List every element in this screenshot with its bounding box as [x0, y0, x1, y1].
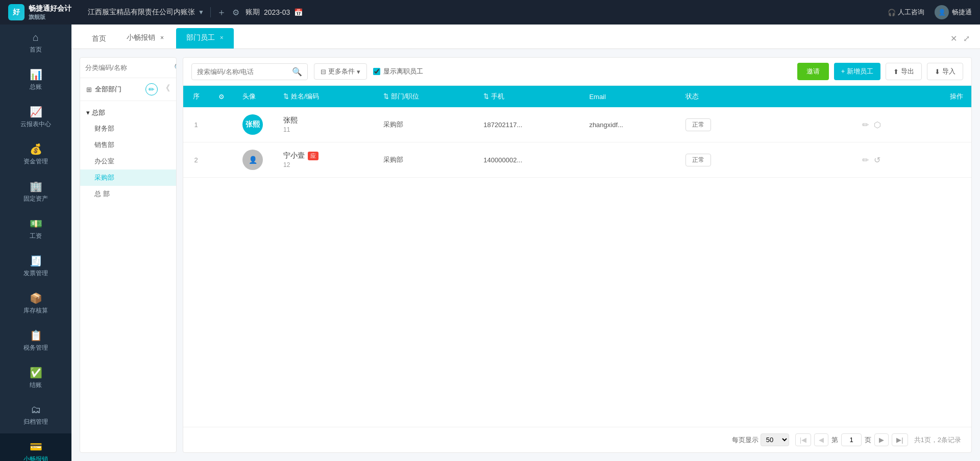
- company-selector[interactable]: 江西服宝精品有限责任公司内账张 ▼: [88, 8, 204, 17]
- dept-child-purchase[interactable]: 采购部: [80, 169, 176, 186]
- dept-tree: ▾ 总部 财务部 销售部 办公室 采购部: [80, 101, 176, 452]
- service-label: 人工咨询: [898, 8, 924, 17]
- dept-group-root[interactable]: ▾ 总部: [80, 105, 176, 120]
- dept-search-icon[interactable]: 🔍: [174, 63, 177, 72]
- edit-icon[interactable]: ✏: [862, 155, 869, 165]
- col-settings[interactable]: ⚙: [209, 86, 234, 107]
- col-phone[interactable]: ⇅ 手机: [475, 86, 581, 107]
- sidebar-label-assets: 固定资产: [23, 195, 48, 203]
- period-display: 账期 2023-03 📅: [246, 8, 303, 17]
- sidebar-item-assets[interactable]: 🏢 固定资产: [0, 173, 71, 210]
- dept-child-sales[interactable]: 销售部: [80, 137, 176, 153]
- reports-icon: 📈: [30, 106, 42, 118]
- table-row: 1 张熙 张熙: [183, 107, 971, 142]
- row2-dept: 采购部: [375, 142, 475, 178]
- user-area[interactable]: 👤 畅捷通: [935, 5, 972, 19]
- settings-icon[interactable]: ⚙: [232, 8, 239, 17]
- app-edition: 旗舰版: [29, 13, 71, 21]
- dept-child-headquarters[interactable]: 总 部: [80, 186, 176, 202]
- sort-dept-icon: ⇅: [383, 92, 389, 100]
- service-button[interactable]: 🎧 人工咨询: [888, 8, 924, 17]
- sidebar-label-close: 结账: [30, 381, 42, 390]
- window-close-icon[interactable]: ✕: [950, 34, 957, 43]
- sidebar-item-funds[interactable]: 💰 资金管理: [0, 136, 71, 173]
- sidebar-label-expense: 小畅报销: [23, 455, 48, 461]
- logout-icon[interactable]: ⬡: [874, 120, 881, 130]
- first-page-button[interactable]: |◀: [795, 433, 811, 446]
- col-name[interactable]: ⇅ 姓名/编码: [275, 86, 375, 107]
- content-area: 首页 小畅报销 × 部门员工 × ✕ ⤢ 🔍: [71, 25, 980, 461]
- tab-dept[interactable]: 部门员工 ×: [176, 28, 234, 48]
- col-dept[interactable]: ⇅ 部门/职位: [375, 86, 475, 107]
- employee-code: 11: [283, 126, 367, 133]
- dept-sales-label: 销售部: [94, 141, 114, 149]
- dept-edit-button[interactable]: ✏: [145, 83, 158, 95]
- tab-expense-label: 小畅报销: [127, 33, 155, 41]
- dept-child-finance[interactable]: 财务部: [80, 120, 176, 137]
- sidebar-item-home[interactable]: ⌂ 首页: [0, 25, 71, 61]
- sidebar-item-archive[interactable]: 🗂 归档管理: [0, 397, 71, 433]
- calendar-icon[interactable]: 📅: [294, 8, 303, 16]
- export-button[interactable]: ⬆ 导出: [886, 63, 922, 80]
- page-prefix: 第: [831, 435, 838, 445]
- col-status: 状态: [677, 86, 853, 107]
- last-page-button[interactable]: ▶|: [892, 433, 908, 446]
- col-num: 序: [183, 86, 209, 107]
- row2-status: 正常: [677, 142, 853, 178]
- add-tab-button[interactable]: ＋: [217, 6, 226, 18]
- dept-collapse-button[interactable]: 《: [162, 83, 170, 95]
- tab-home-label: 首页: [92, 34, 106, 42]
- tab-dept-close-icon[interactable]: ×: [220, 34, 224, 41]
- avatar: 👤: [935, 5, 949, 19]
- row1-dept: 采购部: [375, 107, 475, 142]
- import-icon: ⬇: [935, 68, 940, 76]
- sidebar-item-inventory[interactable]: 📦 库存核算: [0, 285, 71, 322]
- row2-num: 2: [183, 142, 209, 178]
- tab-bar: 首页 小畅报销 × 部门员工 × ✕ ⤢: [71, 25, 980, 49]
- dept-search-input[interactable]: [85, 64, 171, 71]
- search-icon[interactable]: 🔍: [292, 67, 302, 77]
- employee-name: 张熙: [283, 116, 367, 125]
- row2-actions: ✏ ↺: [854, 142, 971, 178]
- prev-page-button[interactable]: ◀: [814, 433, 828, 446]
- window-controls: ✕ ⤢: [950, 34, 970, 48]
- sidebar-item-tax[interactable]: 📋 税务管理: [0, 322, 71, 359]
- tab-home[interactable]: 首页: [82, 29, 116, 48]
- dept-root-label: 总部: [92, 109, 105, 116]
- sidebar-label-payroll: 工资: [30, 232, 42, 240]
- next-page-button[interactable]: ▶: [874, 433, 889, 446]
- sidebar-item-payroll[interactable]: 💵 工资: [0, 210, 71, 248]
- dept-tree-header: ⊞ 全部部门 ✏ 《: [80, 78, 176, 101]
- sidebar-item-invoice[interactable]: 🧾 发票管理: [0, 248, 71, 285]
- action-icons: ✏ ↺: [862, 155, 963, 165]
- page-number-input[interactable]: [841, 433, 862, 446]
- expense-icon: 💳: [30, 441, 42, 453]
- dept-child-office[interactable]: 办公室: [80, 153, 176, 169]
- edit-icon[interactable]: ✏: [862, 120, 869, 130]
- window-expand-icon[interactable]: ⤢: [963, 34, 970, 43]
- refresh-icon[interactable]: ↺: [874, 155, 880, 165]
- row2-avatar: 👤: [234, 142, 275, 178]
- all-dept-label-row[interactable]: ⊞ 全部部门: [86, 85, 121, 94]
- import-button[interactable]: ⬇ 导入: [927, 63, 963, 80]
- sidebar-item-ledger[interactable]: 📊 总账: [0, 61, 71, 99]
- tab-dept-label: 部门员工: [186, 33, 215, 41]
- app-name: 畅捷通好会计: [29, 4, 71, 13]
- per-page-dropdown[interactable]: 50 10 20 100: [761, 433, 789, 446]
- invite-button[interactable]: 邀请: [797, 63, 829, 80]
- show-resign-checkbox[interactable]: [373, 68, 380, 75]
- sidebar-label-funds: 资金管理: [23, 157, 48, 166]
- sidebar-item-expense[interactable]: 💳 小畅报销: [0, 433, 71, 461]
- tab-expense[interactable]: 小畅报销 ×: [116, 28, 174, 48]
- add-employee-button[interactable]: + 新增员工: [834, 63, 880, 80]
- sidebar-item-close[interactable]: ✅ 结账: [0, 359, 71, 397]
- employee-search-input[interactable]: [197, 68, 289, 76]
- toolbar: 🔍 ⊟ 更多条件 ▾ 显示离职员工 邀请: [183, 58, 971, 86]
- status-badge: 正常: [685, 118, 711, 131]
- period-value: 2023-03: [264, 8, 290, 16]
- pagination-bar: 每页显示 50 10 20 100 |◀ ◀ 第 页: [183, 427, 971, 452]
- sidebar-item-reports[interactable]: 📈 云报表中心: [0, 99, 71, 136]
- employee-name: 宁小壹: [283, 151, 305, 160]
- filter-button[interactable]: ⊟ 更多条件 ▾: [314, 63, 367, 80]
- tab-expense-close-icon[interactable]: ×: [160, 34, 164, 41]
